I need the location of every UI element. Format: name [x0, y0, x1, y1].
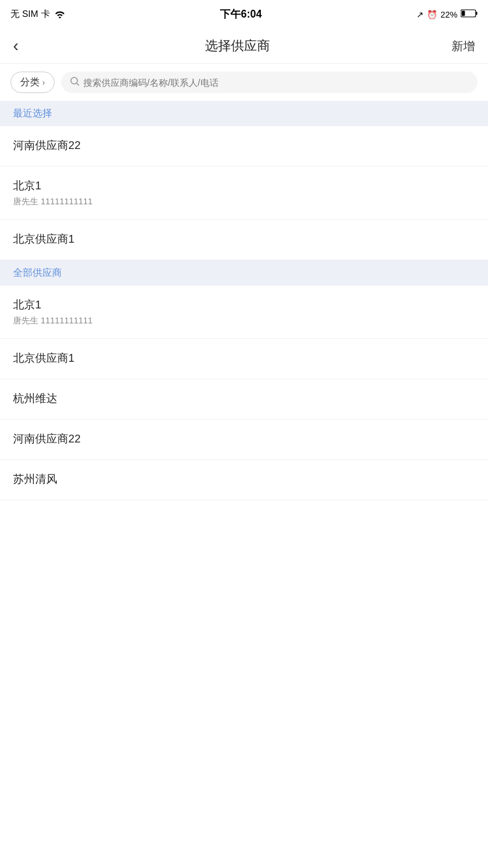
all-section-label: 全部供应商: [13, 267, 62, 278]
recent-section-label: 最近选择: [13, 107, 52, 118]
nav-bar: ‹ 选择供应商 新增: [0, 29, 488, 64]
recent-section-header: 最近选择: [0, 101, 488, 126]
location-icon: ↗: [416, 10, 424, 20]
search-icon: [70, 77, 79, 88]
list-item[interactable]: 河南供应商22: [0, 420, 488, 460]
item-name: 河南供应商22: [13, 431, 475, 446]
list-item[interactable]: 北京供应商1: [0, 339, 488, 379]
recent-items-list: 河南供应商22北京1唐先生 11111111111北京供应商1: [0, 126, 488, 260]
category-label: 分类: [20, 76, 40, 88]
item-name: 北京1: [13, 178, 475, 193]
item-name: 北京供应商1: [13, 232, 475, 247]
item-name: 河南供应商22: [13, 138, 475, 153]
battery-icon: [461, 9, 478, 20]
sim-text: 无 SIM 卡: [10, 8, 50, 20]
alarm-icon: ⏰: [427, 10, 437, 20]
status-right: ↗ ⏰ 22%: [416, 9, 478, 20]
page-title: 选择供应商: [39, 37, 436, 55]
item-name: 苏州清风: [13, 472, 475, 487]
item-name: 北京供应商1: [13, 351, 475, 366]
all-items-list: 北京1唐先生 11111111111北京供应商1杭州维达河南供应商22苏州清风: [0, 286, 488, 500]
search-input[interactable]: [83, 77, 468, 88]
wifi-icon: [54, 9, 66, 20]
battery-percent: 22%: [441, 10, 457, 20]
add-button[interactable]: 新增: [436, 38, 475, 54]
list-item[interactable]: 苏州清风: [0, 460, 488, 500]
list-item[interactable]: 杭州维达: [0, 379, 488, 420]
status-bar: 无 SIM 卡 下午6:04 ↗ ⏰ 22%: [0, 0, 488, 29]
status-time: 下午6:04: [220, 8, 262, 21]
list-item[interactable]: 北京1唐先生 11111111111: [0, 286, 488, 339]
svg-line-4: [77, 83, 79, 85]
svg-rect-1: [476, 12, 477, 15]
item-sub: 唐先生 11111111111: [13, 315, 475, 327]
chevron-right-icon: ›: [42, 78, 45, 87]
search-box[interactable]: [61, 72, 478, 93]
status-left: 无 SIM 卡: [10, 8, 66, 20]
item-name: 杭州维达: [13, 391, 475, 406]
svg-rect-2: [461, 11, 465, 16]
list-item[interactable]: 北京1唐先生 11111111111: [0, 167, 488, 220]
back-button[interactable]: ‹: [13, 36, 39, 56]
list-item[interactable]: 北京供应商1: [0, 220, 488, 260]
filter-bar: 分类 ›: [0, 64, 488, 101]
item-sub: 唐先生 11111111111: [13, 196, 475, 208]
all-section-header: 全部供应商: [0, 260, 488, 286]
list-item[interactable]: 河南供应商22: [0, 126, 488, 167]
item-name: 北京1: [13, 297, 475, 312]
category-filter-button[interactable]: 分类 ›: [10, 72, 55, 93]
